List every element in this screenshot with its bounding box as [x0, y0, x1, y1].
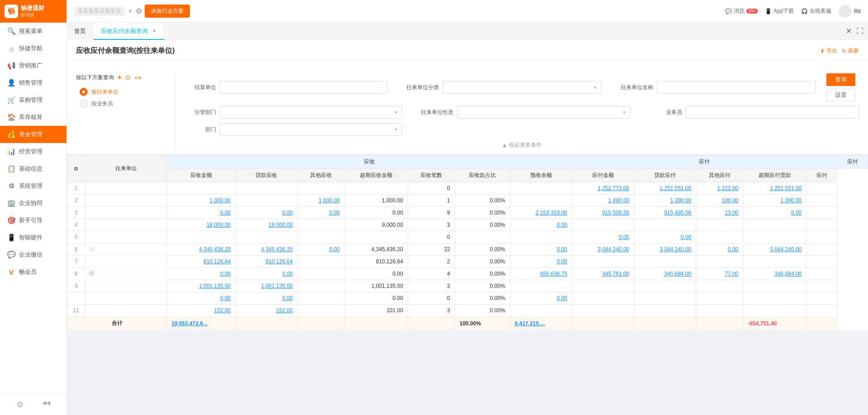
cell-ar-other[interactable]: 1,000.00 [297, 195, 344, 207]
cell-ap-amount[interactable] [572, 256, 634, 268]
sidebar-item-wechat[interactable]: 💬 企业微信 [0, 246, 66, 263]
cell-ap-loan[interactable]: 345,684.00 [634, 268, 696, 280]
cell-ar-other[interactable] [297, 305, 344, 317]
tab-ar-ap[interactable]: 应收应付余额查询 ✕ [94, 23, 164, 40]
breadcrumb-dropdown[interactable]: ▼ [127, 8, 133, 14]
scheme-by-partner[interactable]: 按往来单位 [76, 86, 168, 98]
cell-ap-other[interactable]: 1,222.00 [696, 182, 743, 195]
cell-ar-loan[interactable]: 18,000.00 [236, 219, 297, 231]
cell-ap-overdue[interactable]: 1,390.00 [743, 195, 807, 207]
cell-ar-amount[interactable]: 0.00 [167, 207, 236, 219]
wanglai-nature-select[interactable]: ▼ [457, 106, 630, 119]
sidebar-collapse-icon[interactable]: ◀◀ [42, 400, 50, 410]
cell-ap-amount[interactable]: 3,044,240.00 [572, 243, 634, 256]
cell-ap-overdue[interactable] [743, 280, 807, 292]
cell-ap-amount[interactable] [572, 305, 634, 317]
cell-ap-other[interactable] [696, 280, 743, 292]
sidebar-settings-icon[interactable]: ⚙ [16, 400, 24, 410]
cell-ap-overdue[interactable] [743, 219, 807, 231]
cell-ar-amount[interactable]: 18,000.00 [167, 219, 236, 231]
cell-ap-loan[interactable]: 915,495.56 [634, 207, 696, 219]
cell-ap-other[interactable] [696, 292, 743, 305]
cell-ap-amount[interactable]: 915,508.56 [572, 207, 634, 219]
cell-ar-pre[interactable] [510, 280, 572, 292]
cell-ar-pre[interactable]: 655,636.75 [510, 268, 572, 280]
cell-ap-other[interactable] [696, 256, 743, 268]
online-service-tool[interactable]: 🎧 在线客服 [801, 7, 831, 15]
cell-ap-amount[interactable] [572, 219, 634, 231]
cell-ap-overdue[interactable] [743, 231, 807, 243]
wanglai-type-select[interactable]: ▼ [443, 81, 601, 94]
cell-ar-amount[interactable]: 0.00 [167, 268, 236, 280]
cell-ar-amount[interactable]: 1,000.00 [167, 195, 236, 207]
cell-ap-amount[interactable]: 1,252,773.00 [572, 182, 634, 195]
cell-ar-other[interactable] [297, 268, 344, 280]
cell-ap-overdue[interactable]: 3,044,240.00 [743, 243, 807, 256]
cell-ar-amount[interactable] [167, 182, 236, 195]
cell-ap-other[interactable] [696, 305, 743, 317]
cell-ar-pre[interactable] [510, 182, 572, 195]
cell-ap-amount[interactable]: 1,490.00 [572, 195, 634, 207]
tab-fullscreen-icon[interactable]: ⛶ [856, 27, 863, 35]
cell-ar-loan[interactable]: 0.00 [236, 207, 297, 219]
wanglai-name-input[interactable] [657, 81, 816, 94]
query-button[interactable]: 查询 [826, 73, 855, 86]
table-header-settings[interactable]: ⚙ [67, 155, 85, 182]
promo-button[interactable]: 体验行业方案 [145, 5, 190, 18]
header-settings-icon[interactable]: ⚙ [136, 7, 142, 15]
footer-ar-amount[interactable]: 19,553,472,6... [167, 317, 236, 330]
message-tool[interactable]: 💬 消息 99+ [725, 7, 758, 15]
cell-ar-amount[interactable]: 1,001,135.00 [167, 280, 236, 292]
cell-ar-other[interactable] [297, 292, 344, 305]
cell-ap-loan[interactable]: 1,390.00 [634, 195, 696, 207]
refresh-action[interactable]: ↻ 刷新 [842, 47, 859, 55]
cell-ar-pre[interactable] [510, 231, 572, 243]
cell-ap-other[interactable]: 100.00 [696, 195, 743, 207]
cell-ap-overdue[interactable]: 345,684.00 [743, 268, 807, 280]
collapse-bar[interactable]: ▲ 收起更多条件 [184, 138, 859, 149]
scheme-settings-icon[interactable]: ⊙ [125, 74, 131, 81]
sidebar-item-sales[interactable]: 👤 销售管理 [0, 74, 66, 91]
cell-ap-overdue[interactable]: 0.00 [743, 207, 807, 219]
cell-ap-amount[interactable] [572, 292, 634, 305]
fenguan-select[interactable]: ▼ [220, 106, 402, 119]
cell-ar-loan[interactable] [236, 195, 297, 207]
cell-ap-overdue[interactable] [743, 305, 807, 317]
cell-ap-loan[interactable] [634, 256, 696, 268]
cell-ar-amount[interactable]: 152.00 [167, 305, 236, 317]
sidebar-item-finance[interactable]: 💰 资金管理 [0, 126, 66, 143]
cell-ap-other[interactable] [696, 231, 743, 243]
sidebar-item-purchase[interactable]: 🛒 采购管理 [0, 91, 66, 109]
sidebar-item-guide[interactable]: 🎯 新手引导 [0, 212, 66, 229]
cell-ar-loan[interactable]: 4,345,436.20 [236, 243, 297, 256]
scheme-by-salesperson[interactable]: ⏱ 按业务员 [76, 98, 168, 110]
cell-ap-overdue[interactable] [743, 292, 807, 305]
cell-ar-pre[interactable]: 0.00 [510, 256, 572, 268]
scheme-arrows-icon[interactable]: «» [134, 74, 142, 81]
cell-ap-other[interactable] [696, 219, 743, 231]
export-action[interactable]: ⬆ 导出 [820, 47, 837, 55]
cell-ap-other[interactable]: 0.00 [696, 243, 743, 256]
cell-ar-amount[interactable]: 0.00 [167, 292, 236, 305]
cell-ar-pre[interactable]: 0.00 [510, 243, 572, 256]
sidebar-item-search[interactable]: 🔍 搜索菜单 [0, 23, 66, 40]
cell-ar-pre[interactable]: 0.00 [510, 292, 572, 305]
cell-ar-other[interactable] [297, 280, 344, 292]
cell-ar-loan[interactable] [236, 231, 297, 243]
cell-ar-other[interactable] [297, 182, 344, 195]
cell-ap-other[interactable]: 77.00 [696, 268, 743, 280]
jiesuan-input[interactable]: ··· [220, 81, 387, 94]
cell-ap-loan[interactable] [634, 280, 696, 292]
cell-ar-amount[interactable] [167, 231, 236, 243]
user-info[interactable]: Rit [839, 5, 861, 18]
cell-ar-other[interactable] [297, 256, 344, 268]
cell-ap-amount[interactable]: 345,761.00 [572, 268, 634, 280]
sidebar-item-corp[interactable]: 🏢 企业协同 [0, 195, 66, 212]
cell-ar-pre[interactable]: 0.00 [510, 219, 572, 231]
cell-ar-amount[interactable]: 810,126.64 [167, 256, 236, 268]
scheme-add-icon[interactable]: + [118, 73, 122, 81]
cell-ar-loan[interactable] [236, 182, 297, 195]
cell-ap-overdue[interactable]: 1,251,551.00 [743, 182, 807, 195]
settings-button[interactable]: 设置 [826, 89, 855, 101]
cell-ar-loan[interactable]: 1,001,135.00 [236, 280, 297, 292]
